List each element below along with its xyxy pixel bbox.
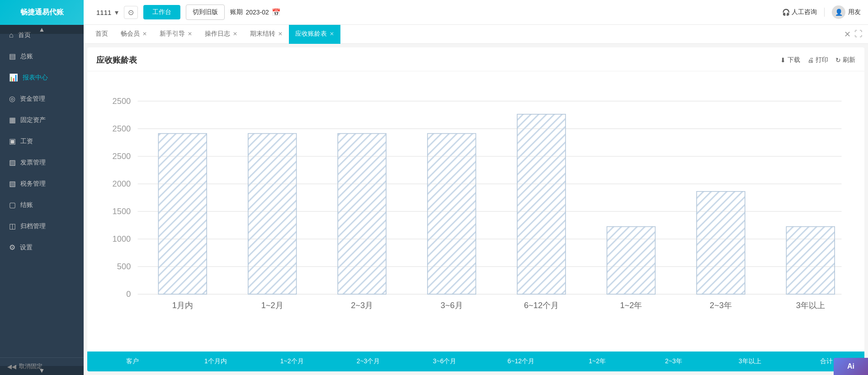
svg-text:3~6月: 3~6月: [441, 300, 463, 310]
svg-text:1~2年: 1~2年: [620, 300, 642, 310]
th-1-2month: 1~2个月: [254, 357, 330, 366]
refresh-button[interactable]: ↻ 刷新: [835, 56, 855, 64]
sidebar-item-tax[interactable]: ▧ 税务管理: [0, 173, 84, 194]
svg-text:2500: 2500: [113, 151, 131, 161]
ai-button[interactable]: Ai: [834, 358, 868, 375]
th-6-12month: 6~12个月: [483, 357, 559, 366]
tab-member[interactable]: 畅会员 ✕: [114, 25, 153, 44]
tab-member-label: 畅会员: [121, 30, 140, 38]
user-area[interactable]: 👤 用友: [832, 5, 861, 19]
svg-rect-29: [697, 192, 745, 294]
period-area: 账期 2023-02 📅: [230, 8, 280, 17]
sidebar-label-assets: 固定资产: [20, 116, 46, 124]
tab-guide-close[interactable]: ✕: [188, 31, 192, 37]
tab-oplog-close[interactable]: ✕: [233, 31, 237, 37]
sidebar-item-reports[interactable]: 📊 报表中心: [0, 67, 84, 88]
sidebar-item-assets[interactable]: ▦ 固定资产: [0, 109, 84, 131]
download-button[interactable]: ⬇ 下载: [780, 56, 800, 64]
period-value: 2023-02: [245, 9, 269, 16]
th-3-6month: 3~6个月: [406, 357, 483, 366]
funds-icon: ◎: [9, 94, 15, 103]
assets-icon: ▦: [9, 116, 16, 124]
invoice-icon: ▨: [9, 158, 16, 167]
tab-closing-close[interactable]: ✕: [278, 31, 283, 37]
tab-aging-close[interactable]: ✕: [330, 31, 334, 37]
bar-chart-svg: 2500 2500 2500 2000 1500 1000 500 0: [96, 76, 855, 347]
calendar-icon[interactable]: 📅: [272, 8, 281, 17]
header-divider: [824, 8, 825, 17]
sidebar-item-invoice[interactable]: ▨ 发票管理: [0, 152, 84, 173]
refresh-icon: ↻: [835, 56, 841, 64]
table-header-bar: 客户 1个月内 1~2个月 2~3个月 3~6个月 6~12个月 1~2年 2~…: [87, 352, 864, 371]
svg-text:2000: 2000: [113, 179, 131, 188]
user-name: 用友: [848, 8, 861, 16]
settings-icon: ⚙: [9, 243, 15, 252]
sidebar-label-invoice: 发票管理: [20, 159, 46, 167]
archive-icon: ◫: [9, 222, 16, 230]
download-icon: ⬇: [780, 56, 786, 64]
switch-version-button[interactable]: 切到旧版: [186, 5, 225, 20]
sidebar: ▲ ⌂ 首页 ▤ 总账 📊 报表中心 ◎ 资金管理 ▦ 固定资产 ▣ 工资 ▨ …: [0, 25, 84, 375]
close-all-tabs-button[interactable]: ✕: [844, 29, 851, 39]
expand-button[interactable]: ⛶: [854, 29, 863, 39]
tab-oplog[interactable]: 操作日志 ✕: [198, 25, 244, 44]
sidebar-item-salary[interactable]: ▣ 工资: [0, 131, 84, 152]
tab-guide[interactable]: 新手引导 ✕: [153, 25, 198, 44]
sidebar-item-funds[interactable]: ◎ 资金管理: [0, 88, 84, 109]
tab-oplog-label: 操作日志: [205, 30, 230, 38]
header-right: 🎧 人工咨询 👤 用友: [782, 5, 861, 19]
tab-closing[interactable]: 期末结转 ✕: [244, 25, 289, 44]
sidebar-item-settings[interactable]: ⚙ 设置: [0, 237, 84, 258]
svg-text:500: 500: [117, 262, 131, 271]
reports-icon: 📊: [9, 73, 18, 82]
refresh-label: 刷新: [843, 56, 855, 64]
avatar: 👤: [832, 5, 845, 19]
page-header: 应收账龄表 ⬇ 下载 🖨 打印 ↻ 刷新: [87, 47, 864, 71]
tabs-right-actions: ✕ ⛶: [844, 29, 863, 39]
page-title: 应收账龄表: [96, 55, 137, 66]
svg-text:2~3月: 2~3月: [351, 300, 373, 310]
sidebar-item-checkout[interactable]: ▢ 结账: [0, 194, 84, 216]
sidebar-label-tax: 税务管理: [20, 180, 46, 188]
th-1-2year: 1~2年: [559, 357, 636, 366]
copy-button[interactable]: ⊙: [124, 6, 138, 19]
svg-text:2500: 2500: [113, 96, 131, 106]
svg-rect-21: [338, 134, 386, 295]
sidebar-label-checkout: 结账: [20, 201, 33, 209]
sidebar-label-ledger: 总账: [20, 52, 33, 61]
sidebar-item-archive[interactable]: ◫ 归档管理: [0, 216, 84, 237]
sidebar-label-settings: 设置: [20, 244, 33, 252]
svg-text:1~2月: 1~2月: [261, 300, 283, 310]
headset-icon: 🎧: [782, 9, 790, 16]
logo-area: 畅捷通易代账: [0, 0, 84, 25]
svg-text:2~3年: 2~3年: [710, 300, 732, 310]
page-content: 应收账龄表 ⬇ 下载 🖨 打印 ↻ 刷新: [87, 47, 864, 371]
svg-text:1500: 1500: [113, 206, 131, 216]
svg-rect-27: [607, 227, 656, 295]
sidebar-scroll-up[interactable]: ▲: [0, 25, 84, 34]
consult-label: 人工咨询: [792, 8, 817, 16]
tabs-bar: 首页 畅会员 ✕ 新手引导 ✕ 操作日志 ✕ 期末结转 ✕ 应收账龄表 ✕: [84, 25, 868, 44]
tab-guide-label: 新手引导: [160, 30, 185, 38]
tab-member-close[interactable]: ✕: [142, 31, 147, 37]
th-3year-plus: 3年以上: [712, 357, 788, 366]
tab-home[interactable]: 首页: [89, 25, 114, 44]
main-layout: ▲ ⌂ 首页 ▤ 总账 📊 报表中心 ◎ 资金管理 ▦ 固定资产 ▣ 工资 ▨ …: [0, 25, 868, 375]
sidebar-scroll-down[interactable]: ▼: [0, 366, 84, 375]
print-button[interactable]: 🖨 打印: [807, 56, 828, 64]
sidebar-item-ledger[interactable]: ▤ 总账: [0, 46, 84, 67]
workbench-button[interactable]: 工作台: [143, 5, 180, 19]
svg-text:1月内: 1月内: [172, 300, 193, 310]
svg-text:3年以上: 3年以上: [796, 300, 825, 310]
th-2-3year: 2~3年: [635, 357, 712, 366]
tab-aging[interactable]: 应收账龄表 ✕: [289, 25, 340, 44]
company-selector: 1111 ▾: [96, 8, 118, 17]
svg-rect-31: [786, 227, 835, 295]
tax-icon: ▧: [9, 179, 16, 188]
consult-button[interactable]: 🎧 人工咨询: [782, 8, 817, 16]
company-dropdown-button[interactable]: ▾: [115, 8, 118, 17]
avatar-icon: 👤: [835, 9, 843, 16]
svg-rect-19: [248, 134, 297, 295]
svg-rect-23: [428, 134, 476, 295]
sidebar-label-reports: 报表中心: [23, 74, 48, 82]
